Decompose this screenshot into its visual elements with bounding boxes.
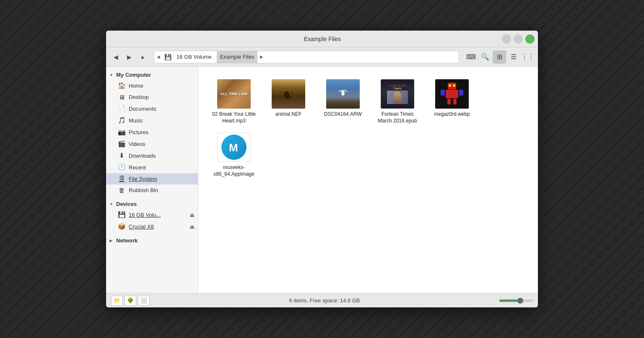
sidebar-item-recent[interactable]: 🕐 Recent [106,161,198,173]
file-manager-window: Example Files — ▢ ✕ ◀ ▶ ▲ ◀ 💾 16 GB Volu… [106,31,538,307]
my-computer-label: My Computer [116,72,151,78]
file-item-arw[interactable]: DSC04164.ARW [316,75,370,128]
home-icon: 🏠 [118,82,125,89]
sidebar-item-documents-label: Documents [129,106,156,112]
view-icons-button[interactable]: ⊞ [493,50,506,64]
status-btn-tree[interactable]: 🌳 [125,296,136,306]
crucial-icon: 📦 [118,223,125,230]
file-thumb-appimage: M [217,133,251,162]
window-controls: — ▢ ✕ [502,34,535,44]
view-columns-button[interactable]: ⋮⋮ [521,50,535,64]
toolbar: ◀ ▶ ▲ ◀ 💾 16 GB Volume Example Files ▶ ⌨… [106,47,538,67]
sidebar-item-videos-label: Videos [129,141,145,147]
search-button[interactable]: 🔍 [478,50,492,64]
volume-eject-button[interactable]: ⏏ [190,212,195,218]
nav-buttons: ◀ ▶ ▲ [109,51,149,63]
file-thumb-arw [326,79,360,109]
documents-icon: 📄 [118,105,125,112]
path-segment-volume[interactable]: 16 GB Volume [173,54,215,60]
back-button[interactable]: ◀ [109,51,122,63]
recent-icon: 🕐 [118,164,125,171]
toolbar-actions: ⌨ 🔍 ⊞ ☰ ⋮⋮ [464,50,535,64]
file-item-epub[interactable]: FORTEAN TIMES Fortean Times March 2016.e… [370,75,425,128]
sidebar-item-music[interactable]: 🎵 Music [106,114,198,126]
status-btn-preview[interactable]: ⬜ [138,296,150,306]
file-thumb-mp3: ALL TIME LOW [217,79,251,109]
pictures-icon: 📷 [118,128,125,136]
file-name-arw: DSC04164.ARW [324,111,362,118]
maximize-button[interactable]: ▢ [514,34,523,44]
devices-arrow: ▼ [109,202,114,206]
status-btn-icons[interactable]: 📁 [111,296,123,306]
sidebar-item-rubbish-bin-label: Rubbish Bin [129,187,158,193]
file-thumb-webp [435,79,469,109]
forward-button[interactable]: ▶ [123,51,135,63]
sidebar-section-my-computer[interactable]: ▼ My Computer [106,70,198,80]
downloads-icon: ⬇ [118,152,125,159]
sidebar-item-16gb-volume[interactable]: 💾 16 GB Volu... ⏏ [106,209,198,221]
sidebar-item-music-label: Music [129,117,143,124]
svg-point-5 [449,84,451,87]
path-prev-chevron[interactable]: ◀ [154,51,163,63]
network-label: Network [116,237,138,244]
filesystem-icon: 🗄 [118,175,125,182]
network-arrow: ▶ [109,239,114,243]
appimage-icon: M [221,135,247,160]
view-list-button[interactable]: ☰ [507,50,520,64]
svg-rect-8 [441,90,445,96]
sidebar-item-home[interactable]: 🏠 Home [106,80,198,91]
minimize-button[interactable]: — [502,34,511,44]
sidebar-section-network[interactable]: ▶ Network [106,236,198,245]
status-left-buttons: 📁 🌳 ⬜ [111,296,150,306]
sidebar-item-desktop[interactable]: 🖥 Desktop [106,91,198,103]
path-next-chevron[interactable]: ▶ [257,51,266,63]
close-button[interactable]: ✕ [525,34,535,44]
file-item-appimage[interactable]: M museeks-x86_64.AppImage [207,128,261,182]
zoom-control [499,299,533,302]
file-name-nef: animal.NEF [275,111,302,118]
statusbar: 📁 🌳 ⬜ 6 items, Free space: 14.6 GB [106,293,538,307]
path-segment-example-files[interactable]: Example Files [217,51,258,63]
sidebar-item-videos[interactable]: 🎬 Videos [106,138,198,150]
sidebar-item-rubbish-bin[interactable]: 🗑 Rubbish Bin [106,185,198,196]
videos-icon: 🎬 [118,140,125,148]
zoom-handle[interactable] [517,298,523,304]
svg-point-6 [453,84,455,87]
file-area: ALL TIME LOW 02 Break Your Little Heart.… [198,67,538,293]
crucial-name-label: Crucial X8 [129,224,154,230]
desktop-icon: 🖥 [118,94,125,101]
sidebar-item-filesystem-label: File System [129,176,157,182]
status-text: 6 items, Free space: 14.6 GB [150,297,499,304]
file-item-webp[interactable]: megaz0rd.webp [425,75,479,128]
sidebar-item-downloads-label: Downloads [129,153,156,159]
file-name-appimage: museeks-x86_64.AppImage [211,164,257,177]
up-button[interactable]: ▲ [136,51,149,63]
file-name-mp3: 02 Break Your Little Heart.mp3 [211,111,257,124]
svg-text:M: M [229,141,238,154]
file-name-epub: Fortean Times March 2016.epub [374,111,421,124]
zoom-slider[interactable] [499,299,533,302]
file-item-nef[interactable]: animal.NEF [261,75,316,128]
rubbish-bin-icon: 🗑 [118,187,125,194]
sidebar-item-pictures[interactable]: 📷 Pictures [106,126,198,138]
svg-point-3 [341,91,345,96]
terminal-button[interactable]: ⌨ [464,50,478,64]
sidebar-section-devices[interactable]: ▼ Devices [106,199,198,209]
svg-rect-11 [453,99,457,104]
sidebar: ▼ My Computer 🏠 Home 🖥 Desktop 📄 Documen… [106,67,198,293]
sidebar-item-crucial-x8[interactable]: 📦 Crucial X8 ⏏ [106,221,198,232]
file-item-mp3[interactable]: ALL TIME LOW 02 Break Your Little Heart.… [207,75,261,128]
svg-rect-10 [447,99,451,104]
svg-rect-7 [446,90,458,98]
svg-rect-9 [459,90,463,96]
sidebar-item-documents[interactable]: 📄 Documents [106,103,198,114]
my-computer-arrow: ▼ [109,73,114,77]
file-name-webp: megaz0rd.webp [434,111,470,118]
devices-label: Devices [116,201,137,207]
path-bar: ◀ 💾 16 GB Volume Example Files ▶ [154,51,459,63]
crucial-eject-button[interactable]: ⏏ [190,224,195,230]
sidebar-item-filesystem[interactable]: 🗄 File System [106,173,198,185]
file-thumb-epub: FORTEAN TIMES [381,79,414,109]
sidebar-item-downloads[interactable]: ⬇ Downloads [106,150,198,161]
titlebar: Example Files — ▢ ✕ [106,31,538,47]
